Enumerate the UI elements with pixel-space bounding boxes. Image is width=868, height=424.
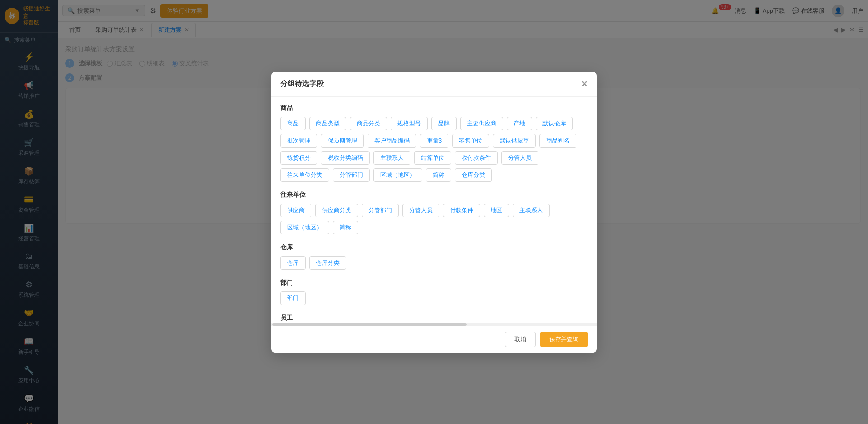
field-tag[interactable]: 拣货积分	[280, 151, 317, 165]
field-tag[interactable]: 主要供应商	[460, 117, 503, 130]
field-tag[interactable]: 仓库分类	[455, 168, 492, 182]
field-section-商品: 商品商品商品类型商品分类规格型号品牌主要供应商产地默认仓库批次管理保质期管理客户…	[280, 104, 588, 182]
cancel-button[interactable]: 取消	[505, 332, 536, 347]
field-tag[interactable]: 仓库	[280, 256, 306, 270]
field-tag[interactable]: 区域（地区）	[280, 221, 329, 234]
field-tag[interactable]: 供应商	[280, 204, 311, 217]
field-tag[interactable]: 默认供应商	[493, 134, 536, 148]
modal-horizontal-scrollbar[interactable]	[271, 323, 597, 326]
field-tag[interactable]: 保质期管理	[321, 134, 364, 148]
modal-header: 分组待选字段 ✕	[271, 72, 597, 97]
field-section-员工: 员工业务员	[280, 314, 588, 323]
field-tag[interactable]: 零售单位	[452, 134, 489, 148]
field-tag[interactable]: 规格型号	[391, 117, 428, 130]
field-tag[interactable]: 商品分类	[350, 117, 387, 130]
modal-body[interactable]: 商品商品商品类型商品分类规格型号品牌主要供应商产地默认仓库批次管理保质期管理客户…	[271, 97, 597, 323]
field-tag[interactable]: 供应商分类	[315, 204, 358, 217]
modal-footer: 取消 保存并查询	[271, 326, 597, 353]
field-tag[interactable]: 重量3	[420, 134, 448, 148]
field-tag[interactable]: 税收分类编码	[321, 151, 370, 165]
field-tag[interactable]: 分管人员	[501, 151, 538, 165]
section-title: 往来单位	[280, 191, 588, 199]
field-tag[interactable]: 批次管理	[280, 134, 317, 148]
field-tag[interactable]: 产地	[507, 117, 532, 130]
field-tag[interactable]: 主联系人	[373, 151, 410, 165]
field-tag[interactable]: 默认仓库	[536, 117, 573, 130]
field-tag[interactable]: 简称	[426, 168, 451, 182]
field-tags-往来单位: 供应商供应商分类分管部门分管人员付款条件地区主联系人区域（地区）简称	[280, 204, 588, 234]
field-tag[interactable]: 商品别名	[539, 134, 576, 148]
field-tag[interactable]: 地区	[484, 204, 509, 217]
field-select-modal: 分组待选字段 ✕ 商品商品商品类型商品分类规格型号品牌主要供应商产地默认仓库批次…	[271, 72, 597, 353]
field-tag[interactable]: 结算单位	[414, 151, 451, 165]
section-title: 员工	[280, 314, 588, 322]
field-tag[interactable]: 分管部门	[362, 204, 399, 217]
field-tags-部门: 部门	[280, 291, 588, 305]
field-tag[interactable]: 主联系人	[513, 204, 550, 217]
section-title: 商品	[280, 104, 588, 112]
field-section-往来单位: 往来单位供应商供应商分类分管部门分管人员付款条件地区主联系人区域（地区）简称	[280, 191, 588, 234]
section-title: 部门	[280, 279, 588, 287]
field-tags-商品: 商品商品类型商品分类规格型号品牌主要供应商产地默认仓库批次管理保质期管理客户商品…	[280, 117, 588, 182]
modal-overlay: 分组待选字段 ✕ 商品商品商品类型商品分类规格型号品牌主要供应商产地默认仓库批次…	[0, 0, 868, 424]
field-tag[interactable]: 收付款条件	[455, 151, 498, 165]
field-tag[interactable]: 区域（地区）	[373, 168, 422, 182]
modal-title: 分组待选字段	[280, 79, 324, 89]
field-tag[interactable]: 商品类型	[309, 117, 346, 130]
confirm-button[interactable]: 保存并查询	[540, 332, 588, 347]
field-tag[interactable]: 商品	[280, 117, 306, 130]
field-tag[interactable]: 往来单位分类	[280, 168, 329, 182]
field-tag[interactable]: 品牌	[431, 117, 457, 130]
section-title: 仓库	[280, 243, 588, 252]
field-tag[interactable]: 仓库分类	[309, 256, 346, 270]
field-tag[interactable]: 分管人员	[402, 204, 439, 217]
field-tag[interactable]: 部门	[280, 291, 306, 305]
field-tags-仓库: 仓库仓库分类	[280, 256, 588, 270]
modal-close-icon[interactable]: ✕	[581, 79, 588, 89]
field-section-部门: 部门部门	[280, 279, 588, 305]
field-section-仓库: 仓库仓库仓库分类	[280, 243, 588, 270]
field-tag[interactable]: 简称	[333, 221, 358, 234]
field-tag[interactable]: 客户商品编码	[368, 134, 416, 148]
field-tag[interactable]: 付款条件	[443, 204, 480, 217]
field-tag[interactable]: 分管部门	[333, 168, 370, 182]
